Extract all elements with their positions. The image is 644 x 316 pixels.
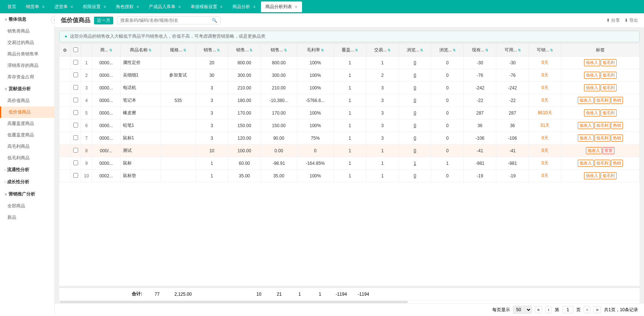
row-checkbox[interactable] (73, 98, 78, 102)
th-sellable[interactable]: 可销...⇅ (529, 44, 561, 57)
close-icon[interactable]: ✕ (42, 5, 45, 9)
th-stock[interactable]: 现有...⇅ (464, 44, 496, 57)
last-page-button[interactable]: » (593, 306, 601, 313)
sidebar-item-low-coverage[interactable]: 低覆盖度商品 (0, 129, 54, 141)
th-views1[interactable]: 浏览...⇅ (399, 44, 431, 57)
search-icon[interactable]: 🔍 (212, 18, 217, 23)
th-views2[interactable]: 浏览...⇅ (431, 44, 464, 57)
row-checkbox[interactable] (73, 110, 78, 115)
filter-tag-recent-month[interactable]: 近一月 (94, 17, 113, 24)
cell-gross-rate: 75% (297, 132, 333, 145)
sidebar-section-growth[interactable]: › 成长性分析 (0, 176, 54, 188)
close-icon[interactable]: ✕ (103, 5, 106, 9)
th-spec[interactable]: 规格...⇅ (161, 44, 195, 57)
nav-role[interactable]: 角色授权 ✕ (111, 1, 144, 12)
close-icon[interactable]: ✕ (70, 5, 73, 9)
row-checkbox[interactable] (73, 148, 78, 153)
cell-sales-avg: 0.00 (261, 145, 297, 157)
cell-tags: 低收入低毛利 (561, 107, 639, 119)
nav-template[interactable]: 单据模板设置 ✕ (186, 1, 227, 12)
sidebar-item-high-coverage[interactable]: 高覆盖度商品 (0, 118, 54, 129)
close-icon[interactable]: ✕ (136, 5, 139, 9)
th-settings[interactable]: ⚙ (60, 44, 71, 57)
nav-permission[interactable]: 权限设置 ✕ (78, 1, 111, 12)
table-row: 10000...属性定价20800.00800.00100%1100-30-30… (60, 57, 640, 69)
total-avail: -1194 (352, 292, 375, 297)
nav-product-analysis[interactable]: 商品分析 ✕ (228, 1, 260, 12)
tag: 低收入 (578, 135, 594, 142)
cell-trans: 1 (366, 170, 399, 182)
cell-sales-qty: 3 (195, 94, 228, 107)
cell-name: 笔记本 (120, 94, 161, 107)
close-icon[interactable]: ✕ (178, 5, 181, 9)
th-name[interactable]: 商品名称⇅ (120, 44, 161, 57)
sidebar-section-overall[interactable]: ∨ 整体信息 (0, 13, 54, 26)
row-checkbox[interactable] (73, 60, 78, 65)
sidebar-item-unsold[interactable]: 滞销库存的商品 (0, 60, 54, 71)
sidebar-item-low-margin[interactable]: 低毛利商品 (0, 152, 54, 164)
nav-purchase[interactable]: 进货单 ✕ (50, 1, 78, 12)
cell-code: 0000... (92, 107, 121, 119)
sidebar-item-all-goods[interactable]: 全部商品 (0, 200, 54, 212)
close-icon[interactable]: ✕ (253, 5, 256, 9)
th-avail[interactable]: 可用...⇅ (496, 44, 529, 57)
page-number-input[interactable] (562, 306, 573, 313)
th-trans[interactable]: 交易...⇅ (366, 44, 399, 57)
cell-code: 0000... (92, 157, 121, 170)
sidebar-item-high-value[interactable]: 高价值商品 (0, 95, 54, 106)
sidebar-section-liquidity[interactable]: › 流通性分析 (0, 164, 54, 176)
sidebar-item-low-value[interactable]: 低价值商品 (0, 106, 54, 118)
cell-stock: -19 (464, 170, 496, 182)
sidebar-item-category-sales[interactable]: 商品分类销售率 (0, 48, 54, 60)
row-checkbox[interactable] (73, 160, 78, 165)
sidebar-item-sales-goods[interactable]: 销售类商品 (0, 26, 54, 37)
cell-code: 0000... (92, 57, 121, 69)
th-sales-amt[interactable]: 销售...⇅ (228, 44, 261, 57)
prev-page-button[interactable]: ‹ (545, 306, 552, 313)
cell-tags: 低收入低毛利 (561, 57, 639, 69)
th-code[interactable]: 商...⇅ (92, 44, 121, 57)
th-sales-qty[interactable]: 销售...⇅ (195, 44, 228, 57)
cell-coverage: 1 (333, 132, 366, 145)
next-page-button[interactable]: › (584, 306, 590, 313)
layout: ∨ 整体信息 销售类商品 交易过的商品 商品分类销售率 滞销库存的商品 库存资金… (0, 13, 644, 316)
page-size-select[interactable]: 50 100 200 (513, 306, 532, 314)
export-button[interactable]: ⬇ 导出 (624, 17, 638, 24)
cell-code: 0000... (92, 82, 121, 94)
row-checkbox[interactable] (73, 173, 78, 178)
sidebar-item-new-goods[interactable]: 新品 (0, 212, 54, 223)
row-checkbox[interactable] (73, 85, 78, 90)
sidebar-section-marketing[interactable]: ∨ 营销推广分析 (0, 188, 54, 200)
cell-checkbox (71, 157, 81, 170)
cell-avail: -41 (496, 145, 529, 157)
cell-num: 5 (81, 107, 92, 119)
tag: 低毛利 (594, 97, 610, 104)
close-icon[interactable]: ✕ (220, 5, 223, 9)
total-trans: 21 (269, 292, 289, 297)
table-row: 30000...电话机3210.00210.00100%1300-242-242… (60, 82, 640, 94)
nav-home[interactable]: 首页 (3, 1, 21, 12)
th-gross-rate[interactable]: 毛利率⇅ (297, 44, 333, 57)
select-all-checkbox[interactable] (73, 47, 78, 52)
share-button[interactable]: ⬆ 分享 (606, 17, 620, 24)
row-checkbox[interactable] (73, 72, 78, 77)
th-coverage[interactable]: 覆盖...⇅ (333, 44, 366, 57)
nav-product-in[interactable]: 产成品入库单 ✕ (144, 1, 185, 12)
sidebar-item-traded-goods[interactable]: 交易过的商品 (0, 37, 54, 48)
cell-trans: 3 (366, 94, 399, 107)
th-sales-avg[interactable]: 销售...⇅ (261, 44, 297, 57)
row-checkbox[interactable] (73, 135, 78, 140)
row-checkbox[interactable] (73, 123, 78, 128)
cell-sales-qty: 3 (195, 82, 228, 94)
sidebar-item-high-margin[interactable]: 高毛利商品 (0, 141, 54, 152)
nav-product-analysis-list[interactable]: 商品分析列表 ✕ (261, 1, 302, 12)
first-page-button[interactable]: « (535, 306, 543, 313)
search-input[interactable] (120, 18, 210, 23)
sidebar-section-contribution[interactable]: ∨ 贡献值分析 (0, 83, 54, 95)
close-icon[interactable]: ✕ (295, 5, 298, 9)
cell-tags: 低收入低毛利热销 (561, 157, 639, 170)
nav-sales[interactable]: 销货单 ✕ (21, 1, 49, 12)
sidebar-item-stock-capital[interactable]: 库存资金占用 (0, 71, 54, 83)
cell-num: 10 (81, 170, 92, 182)
cell-stock: -242 (464, 82, 496, 94)
